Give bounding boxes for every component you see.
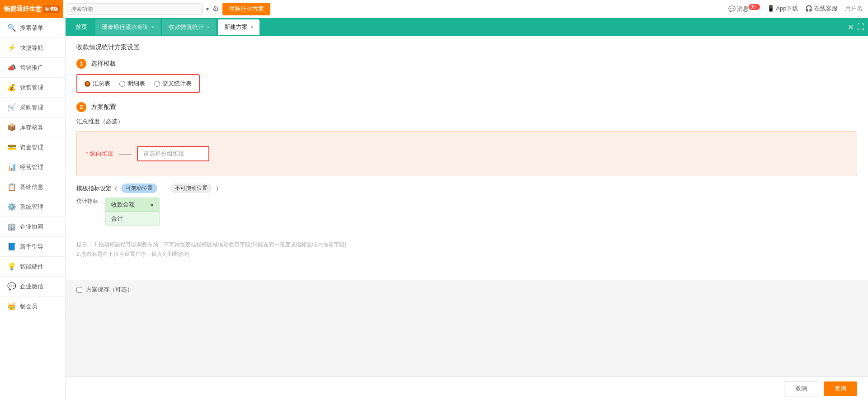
metrics-table-row: 合计 bbox=[106, 212, 159, 226]
content-area: 首页 现金银行流水查询 × 收款情况统计 × 新建方案 × ✕ ⛶ bbox=[66, 18, 868, 400]
top-bar: 畅捷通好生意 标准版 ▾ ⚙ 体验行业方案 💬 消息99+ 📱 App下载 🎧 … bbox=[0, 0, 868, 18]
building-icon: 🏢 bbox=[7, 222, 16, 231]
app-logo: 畅捷通好生意 标准版 bbox=[0, 0, 63, 18]
step2-number: 2 bbox=[76, 102, 86, 112]
radio-cross[interactable]: 交叉统计表 bbox=[154, 80, 192, 88]
sidebar-item-finance[interactable]: 💳 资金管理 bbox=[0, 137, 65, 157]
template-selector: 汇总表 明细表 交叉统计表 bbox=[76, 74, 200, 93]
close-window-icon[interactable]: ✕ bbox=[848, 23, 854, 32]
step2-title: 方案配置 bbox=[91, 103, 116, 111]
box-icon: 📦 bbox=[7, 123, 16, 132]
sidebar-item-smart-hardware[interactable]: 💡 智能硬件 bbox=[0, 257, 65, 277]
save-option-row: 方案保存（可选） bbox=[66, 280, 868, 299]
money-icon: 💰 bbox=[7, 83, 16, 92]
step1-number: 1 bbox=[76, 59, 86, 69]
save-option-checkbox[interactable] bbox=[76, 287, 82, 293]
metrics-table-header: 收款金额 ▾ bbox=[106, 198, 159, 212]
arrow-icon: —— bbox=[119, 150, 132, 157]
tips-section: 提示： 1.拖动标题栏可以调整布局，不可跨维度或指标区域拖动栏目字段(只能在同一… bbox=[76, 237, 857, 264]
sidebar-item-operations[interactable]: 📊 经营管理 bbox=[0, 157, 65, 177]
sidebar: 🔍 搜索菜单 ⚡ 快捷导航 📣 营销推广 💰 销售管理 🛒 采购管理 📦 库存核… bbox=[0, 18, 66, 400]
tab-bar: 首页 现金银行流水查询 × 收款情况统计 × 新建方案 × ✕ ⛶ bbox=[66, 18, 868, 36]
sidebar-item-purchase[interactable]: 🛒 采购管理 bbox=[0, 98, 65, 118]
radio-detail[interactable]: 明细表 bbox=[119, 80, 145, 88]
maximize-window-icon[interactable]: ⛶ bbox=[857, 23, 864, 32]
metrics-table-area: 统计指标 收款金额 ▾ 合计 bbox=[76, 198, 857, 226]
form-container: 收款情况统计方案设置 1 选择模板 汇总表 明细表 bbox=[66, 36, 868, 280]
tab-bar-actions: ✕ ⛶ bbox=[848, 23, 864, 32]
search-icon: 🔍 bbox=[7, 24, 16, 32]
flash-icon: ⚡ bbox=[7, 43, 16, 52]
radio-summary[interactable]: 汇总表 bbox=[85, 80, 110, 88]
notifications-item[interactable]: 💬 消息99+ bbox=[728, 5, 760, 13]
save-option-label: 方案保存（可选） bbox=[86, 286, 133, 294]
chart-icon: 📊 bbox=[7, 163, 16, 171]
crown-icon: 👑 bbox=[7, 302, 16, 311]
page-title: 收款情况统计方案设置 bbox=[76, 43, 857, 52]
card-icon: 💳 bbox=[7, 143, 16, 151]
sidebar-item-search[interactable]: 🔍 搜索菜单 bbox=[0, 18, 65, 38]
close-tab-bank-flow-icon[interactable]: × bbox=[151, 24, 154, 30]
cancel-button[interactable]: 取消 bbox=[784, 381, 818, 396]
main-layout: 🔍 搜索菜单 ⚡ 快捷导航 📣 营销推广 💰 销售管理 🛒 采购管理 📦 库存核… bbox=[0, 18, 868, 400]
tab-receipts-stats[interactable]: 收款情况统计 × bbox=[162, 19, 216, 35]
sidebar-item-sales[interactable]: 💰 销售管理 bbox=[0, 78, 65, 98]
step1-header: 1 选择模板 bbox=[76, 59, 857, 69]
step1-title: 选择模板 bbox=[91, 60, 116, 68]
gear-icon[interactable]: ⚙ bbox=[212, 5, 219, 13]
dimension-selector[interactable]: 请选择分组维度 bbox=[137, 146, 209, 161]
sidebar-item-wechat-work[interactable]: 💬 企业微信 bbox=[0, 277, 65, 296]
page-content: 收款情况统计方案设置 1 选择模板 汇总表 明细表 bbox=[66, 36, 868, 376]
sidebar-item-member[interactable]: 👑 畅会员 bbox=[0, 296, 65, 316]
draggable-badge: 可拖动位置 bbox=[121, 184, 157, 193]
tab-home[interactable]: 首页 bbox=[69, 19, 94, 35]
vertical-dimension-label: * 纵向维度 bbox=[86, 150, 113, 158]
sidebar-item-beginner[interactable]: 📘 新手引导 bbox=[0, 237, 65, 257]
metrics-section: 模板指标设定（ 可拖动位置 不可拖动位置 ） 统计指标 bbox=[76, 184, 857, 226]
sidebar-item-quicknav[interactable]: ⚡ 快捷导航 bbox=[0, 38, 65, 58]
step2-section: 2 方案配置 汇总维度（必选） * 纵向维度 —— 请选择分组维度 bbox=[76, 102, 857, 264]
step2-header: 2 方案配置 bbox=[76, 102, 857, 112]
cart-icon: 🛒 bbox=[7, 103, 16, 112]
sidebar-item-enterprise-collab[interactable]: 🏢 企业协同 bbox=[0, 217, 65, 237]
app-download-item[interactable]: 📱 App下载 bbox=[767, 5, 798, 13]
dimension-area: * 纵向维度 —— 请选择分组维度 bbox=[76, 131, 857, 176]
stats-label-col: 统计指标 bbox=[76, 198, 98, 226]
book-icon: 📘 bbox=[7, 242, 16, 251]
wechat-icon: 💬 bbox=[7, 282, 16, 291]
tab-new-plan[interactable]: 新建方案 × bbox=[218, 19, 259, 35]
search-input[interactable] bbox=[67, 3, 203, 15]
bottom-bar: 取消 查询 bbox=[66, 376, 868, 400]
top-bar-right: 💬 消息99+ 📱 App下载 🎧 在线客服 用户名 bbox=[728, 5, 863, 13]
sidebar-item-marketing[interactable]: 📣 营销推广 bbox=[0, 58, 65, 78]
industry-plan-button[interactable]: 体验行业方案 bbox=[222, 3, 270, 15]
sidebar-item-basic-info[interactable]: 📋 基础信息 bbox=[0, 177, 65, 197]
dimension-section-title: 汇总维度（必选） bbox=[76, 118, 857, 126]
megaphone-icon: 📣 bbox=[7, 63, 16, 72]
dimension-row: * 纵向维度 —— 请选择分组维度 bbox=[86, 146, 209, 161]
metrics-label-row: 模板指标设定（ 可拖动位置 不可拖动位置 ） bbox=[76, 184, 857, 193]
step1-section: 1 选择模板 汇总表 明细表 bbox=[76, 59, 857, 93]
stats-section-label: 统计指标 bbox=[76, 198, 98, 205]
close-tab-new-plan-icon[interactable]: × bbox=[250, 24, 253, 30]
metrics-table: 收款金额 ▾ 合计 bbox=[105, 198, 160, 226]
metrics-dropdown-arrow-icon[interactable]: ▾ bbox=[151, 202, 154, 208]
non-draggable-badge: 不可拖动位置 bbox=[170, 184, 212, 193]
close-tab-receipts-stats-icon[interactable]: × bbox=[207, 24, 209, 30]
online-support-item[interactable]: 🎧 在线客服 bbox=[805, 5, 838, 13]
dropdown-arrow-icon[interactable]: ▾ bbox=[206, 6, 209, 12]
sidebar-item-system[interactable]: ⚙️ 系统管理 bbox=[0, 197, 65, 217]
settings-icon: ⚙️ bbox=[7, 202, 16, 211]
query-button[interactable]: 查询 bbox=[824, 381, 857, 396]
user-avatar[interactable]: 用户名 bbox=[845, 5, 863, 13]
bulb-icon: 💡 bbox=[7, 262, 16, 271]
clipboard-icon: 📋 bbox=[7, 183, 16, 191]
sidebar-item-inventory[interactable]: 📦 库存核算 bbox=[0, 118, 65, 137]
tab-bank-flow[interactable]: 现金银行流水查询 × bbox=[95, 19, 160, 35]
